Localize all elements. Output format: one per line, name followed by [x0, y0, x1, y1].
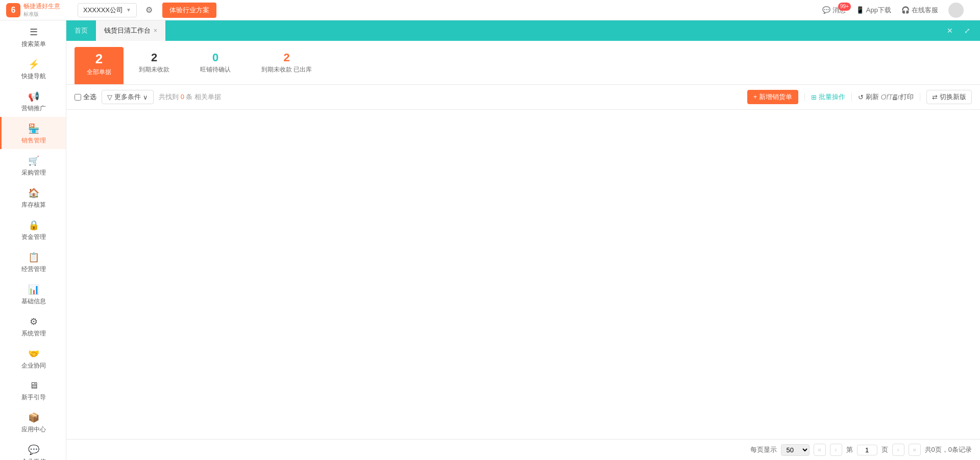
sidebar-item-label: 销售管理	[21, 136, 46, 145]
select-all-input[interactable]	[75, 94, 81, 101]
sidebar-item-label: 库存核算	[21, 201, 46, 209]
next-page-button[interactable]: ›	[892, 444, 904, 456]
filter-button[interactable]: ▽ 更多条件 ∨	[102, 90, 154, 104]
pagination: 每页显示 10 20 50 100 « ‹ 第 页 ›	[66, 439, 980, 460]
online-service-label: 在线客服	[912, 6, 938, 15]
avatar[interactable]	[948, 3, 964, 18]
batch-operation-button[interactable]: ⊞ 批量操作	[811, 92, 845, 102]
new-order-button[interactable]: + 新增销货单	[747, 90, 798, 104]
page-content: 2 全部单据 2 到期未收款 0 旺铺待确认 2 到期未收款 已出库	[66, 41, 980, 460]
basic-info-icon: 📊	[28, 284, 39, 295]
per-page-select[interactable]: 10 20 50 100	[781, 444, 810, 456]
next-page-icon: ›	[897, 446, 899, 453]
messages-button[interactable]: 💬 消息 99+	[822, 6, 846, 15]
sidebar-item-system[interactable]: ⚙ 系统管理	[0, 310, 66, 342]
sidebar-item-quick-nav[interactable]: ⚡ 快捷导航	[0, 53, 66, 85]
company-selector[interactable]: XXXXXX公司 ▼	[78, 3, 137, 17]
toolbar: 全选 ▽ 更多条件 ∨ 共找到 0 条 相关单据 + 新增销货单 ⊞	[66, 85, 980, 110]
sidebar-item-marketing[interactable]: 📢 营销推广	[0, 85, 66, 117]
inventory-icon: 🏠	[28, 187, 39, 199]
sidebar-item-basic-info[interactable]: 📊 基础信息	[0, 278, 66, 310]
table-area	[66, 110, 980, 439]
switch-version-button[interactable]: ⇄ 切换新版	[926, 90, 972, 104]
app-download-label: App下载	[866, 6, 891, 15]
company-name: XXXXXX公司	[83, 6, 123, 15]
batch-icon: ⊞	[811, 93, 817, 101]
settings-button[interactable]: ⚙	[141, 2, 157, 18]
first-page-button[interactable]: «	[814, 444, 826, 456]
sidebar-item-label: 企业微信	[21, 457, 46, 460]
sidebar-item-cooperation[interactable]: 🤝 企业协同	[0, 342, 66, 374]
stat-tab-wangpu[interactable]: 0 旺铺待确认	[185, 47, 246, 84]
header-right: 💬 消息 99+ 📱 App下载 🎧 在线客服	[822, 3, 974, 18]
last-page-icon: »	[913, 446, 916, 453]
found-text: 共找到 0 条 相关单据	[159, 92, 221, 102]
logo-text: 畅捷通好生意 标准版	[23, 3, 60, 17]
switch-label: 切换新版	[940, 92, 966, 102]
first-page-icon: «	[818, 446, 821, 453]
separator-1	[804, 93, 805, 101]
message-icon: 💬	[822, 6, 830, 14]
close-tab-icon[interactable]: ×	[154, 27, 157, 34]
print-label: 打印	[900, 92, 914, 102]
stat-label-all: 全部单据	[87, 68, 111, 77]
sidebar-item-label: 快捷导航	[21, 72, 46, 81]
sidebar: ☰ 搜索菜单 ⚡ 快捷导航 📢 营销推广 🏪 销售管理 🛒 采购管理 🏠 库存核…	[0, 20, 66, 460]
sidebar-item-finance[interactable]: 🔒 资金管理	[0, 213, 66, 246]
tab-restore-action[interactable]: ⤢	[961, 24, 974, 37]
tab-home[interactable]: 首页	[66, 20, 96, 41]
tab-bar-actions: ✕ ⤢	[943, 24, 980, 37]
tab-workbench-label: 钱货日清工作台	[104, 26, 151, 35]
sidebar-item-app-center[interactable]: 📦 应用中心	[0, 406, 66, 438]
select-all-label: 全选	[83, 92, 96, 102]
sidebar-item-label: 经营管理	[21, 265, 46, 274]
select-all-checkbox[interactable]: 全选	[75, 92, 96, 102]
online-service-button[interactable]: 🎧 在线客服	[901, 6, 938, 15]
logo-area: 6 畅捷通好生意 标准版	[6, 3, 72, 17]
last-page-button[interactable]: »	[909, 444, 921, 456]
toolbar-right: + 新增销货单 ⊞ 批量操作 ↺ 刷新 🖨 打印	[747, 90, 972, 104]
sidebar-item-guide[interactable]: 🖥 新手引导	[0, 374, 66, 406]
sidebar-item-label: 新手引导	[21, 393, 46, 402]
messages-badge: 99+	[838, 3, 851, 11]
sidebar-item-label: 系统管理	[21, 329, 46, 338]
logo-icon: 6	[6, 3, 20, 17]
tab-close-action[interactable]: ✕	[943, 24, 957, 37]
stat-tab-all[interactable]: 2 全部单据	[75, 47, 124, 84]
sidebar-item-purchase[interactable]: 🛒 采购管理	[0, 149, 66, 181]
prev-page-button[interactable]: ‹	[830, 444, 842, 456]
stats-tabs: 2 全部单据 2 到期未收款 0 旺铺待确认 2 到期未收款 已出库	[66, 41, 980, 85]
sidebar-item-operation[interactable]: 📋 经营管理	[0, 246, 66, 278]
company-dropdown-arrow: ▼	[126, 7, 131, 13]
sidebar-item-search-menu[interactable]: ☰ 搜索菜单	[0, 20, 66, 53]
tab-workbench[interactable]: 钱货日清工作台 ×	[96, 20, 165, 41]
app-download-button[interactable]: 📱 App下载	[856, 6, 891, 15]
sidebar-item-inventory[interactable]: 🏠 库存核算	[0, 181, 66, 213]
stat-tab-overdue-unshipped[interactable]: 2 到期未收款 已出库	[246, 47, 327, 84]
app-center-icon: 📦	[28, 412, 39, 423]
top-header: 6 畅捷通好生意 标准版 XXXXXX公司 ▼ ⚙ 体验行业方案 💬 消息 99…	[0, 0, 980, 20]
tab-bar: 首页 钱货日清工作台 × ✕ ⤢	[66, 20, 980, 41]
sidebar-item-label: 应用中心	[21, 425, 46, 434]
sidebar-item-weixin[interactable]: 💬 企业微信	[0, 438, 66, 460]
sidebar-item-sales[interactable]: 🏪 销售管理	[0, 117, 66, 149]
separator-2	[851, 93, 852, 101]
page-suffix: 页	[881, 445, 888, 454]
page-input[interactable]	[857, 445, 877, 455]
experience-button[interactable]: 体验行业方案	[162, 3, 216, 18]
stat-count-overdue: 2	[151, 51, 157, 64]
tab-home-label: 首页	[75, 26, 88, 35]
prev-page-icon: ‹	[835, 446, 837, 453]
switch-icon: ⇄	[932, 93, 938, 101]
refresh-button[interactable]: ↺ 刷新	[858, 92, 879, 102]
sidebar-item-label: 基础信息	[21, 297, 46, 306]
operation-icon: 📋	[28, 252, 39, 263]
sales-icon: 🏪	[28, 123, 39, 134]
stat-count-all: 2	[95, 51, 103, 67]
app-download-icon: 📱	[856, 6, 864, 14]
sidebar-item-label: 采购管理	[21, 168, 46, 177]
stat-tab-overdue[interactable]: 2 到期未收款	[124, 47, 185, 84]
filter-arrow-icon: ∨	[143, 93, 148, 101]
sidebar-item-label: 资金管理	[21, 233, 46, 241]
batch-label: 批量操作	[819, 92, 845, 102]
